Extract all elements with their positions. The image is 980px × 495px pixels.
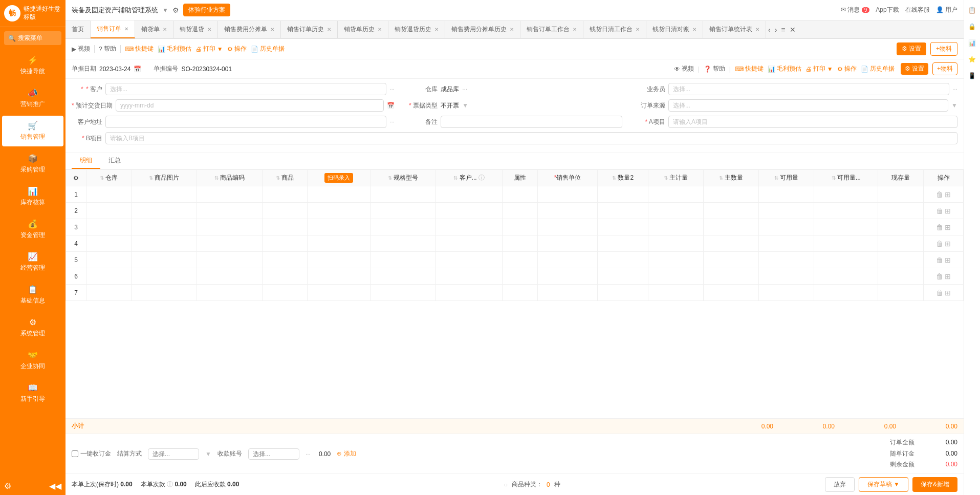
settings-button[interactable]: ⚙ 设置 (897, 42, 926, 55)
row-2-unit[interactable] (538, 203, 598, 219)
tab-order-history-close[interactable]: ✕ (327, 27, 331, 32)
row-5-cust[interactable] (435, 252, 502, 268)
row-6-qty2[interactable] (598, 268, 648, 285)
print-btn[interactable]: 🖨 打印 ▼ (195, 45, 223, 53)
row-1-attr[interactable] (503, 186, 538, 203)
tab-cash-reconcile[interactable]: 钱货日清对账 ✕ (646, 21, 703, 38)
tab-sales-invoice-close[interactable]: ✕ (163, 27, 167, 32)
row-3-product[interactable] (263, 219, 308, 235)
row-7-scan[interactable] (308, 285, 371, 301)
row-1-stock[interactable] (878, 186, 924, 203)
tab-sales-return[interactable]: 销货退货 ✕ (173, 21, 218, 38)
right-panel-btn-3[interactable]: 📊 (966, 37, 978, 49)
sidebar-item-basic-info[interactable]: 📋 基础信息 (2, 279, 63, 310)
row-6-code[interactable] (197, 268, 263, 285)
save-new-button[interactable]: 保存&新增 (912, 477, 957, 492)
scan-input-btn[interactable]: 扫码录入 (324, 173, 353, 183)
right-panel-btn-2[interactable]: 🔒 (966, 20, 978, 33)
online-service-link[interactable]: 在线客服 (905, 6, 930, 14)
account-input[interactable] (248, 448, 299, 460)
sidebar-item-system[interactable]: ⚙ 系统管理 (2, 312, 63, 343)
tab-home[interactable]: 首页 (66, 21, 91, 38)
right-panel-btn-4[interactable]: ⭐ (966, 53, 978, 66)
tab-order-workbench[interactable]: 销售订单工作台 ✕ (520, 21, 583, 38)
row-2-product[interactable] (263, 203, 308, 219)
row-3-unit[interactable] (538, 219, 598, 235)
row-5-main-unit[interactable] (648, 252, 704, 268)
messages-area[interactable]: ✉ 消息 9 (841, 6, 869, 14)
row-1-delete-btn[interactable]: 🗑 (936, 190, 943, 199)
sidebar-item-marketing[interactable]: 📣 营销推广 (2, 83, 63, 114)
row-7-qty2[interactable] (598, 285, 648, 301)
save-draft-dropdown[interactable]: ▼ (894, 481, 900, 488)
row-6-scan[interactable] (308, 268, 371, 285)
row-6-main-qty[interactable] (704, 268, 759, 285)
row-5-warehouse[interactable] (86, 252, 132, 268)
help-btn-2[interactable]: ❓ 帮助 (704, 64, 725, 73)
row-6-attr[interactable] (503, 268, 538, 285)
row-5-product[interactable] (263, 252, 308, 268)
remark-input[interactable] (441, 116, 622, 128)
row-2-scan[interactable] (308, 203, 371, 219)
tab-invoice-history-close[interactable]: ✕ (378, 27, 382, 32)
sidebar-item-purchase[interactable]: 📦 采购管理 (2, 148, 63, 179)
row-5-scan[interactable] (308, 252, 371, 268)
print-dropdown-icon[interactable]: ▼ (217, 46, 223, 53)
row-2-attr[interactable] (503, 203, 538, 219)
row-4-main-qty[interactable] (704, 235, 759, 252)
tab-return-history[interactable]: 销货退货历史 ✕ (388, 21, 445, 38)
tab-prev-button[interactable]: ‹ (766, 26, 773, 34)
row-1-warehouse[interactable] (86, 186, 132, 203)
row-4-code[interactable] (197, 235, 263, 252)
detail-tab-detail[interactable]: 明细 (72, 153, 100, 169)
tab-sales-return-close[interactable]: ✕ (207, 27, 211, 32)
calendar-icon[interactable]: 📅 (134, 66, 141, 73)
sidebar-item-finance[interactable]: 💰 资金管理 (2, 214, 63, 245)
system-settings-icon[interactable]: ⚙ (172, 6, 179, 14)
profit-btn-2[interactable]: 📊 毛利预估 (768, 64, 801, 73)
row-5-unit[interactable] (538, 252, 598, 268)
row-6-main-unit[interactable] (648, 268, 704, 285)
row-3-delete-btn[interactable]: 🗑 (936, 223, 943, 231)
row-6-spec[interactable] (370, 268, 435, 285)
one-click-checkbox[interactable] (72, 450, 78, 457)
row-5-qty2[interactable] (598, 252, 648, 268)
tab-sales-order[interactable]: 销售订单 ✕ (91, 20, 135, 38)
tab-close-all-button[interactable]: ✕ (788, 26, 798, 34)
row-7-delete-btn[interactable]: 🗑 (936, 289, 943, 297)
row-3-avail[interactable] (759, 219, 814, 235)
th-settings[interactable]: ⚙ (66, 170, 86, 186)
row-6-copy-btn[interactable]: ⊞ (945, 272, 951, 281)
salesperson-more-btn[interactable]: ··· (952, 85, 957, 93)
row-6-cust[interactable] (435, 268, 502, 285)
row-4-main-unit[interactable] (648, 235, 704, 252)
add-material-button[interactable]: +物料 (930, 42, 957, 56)
row-4-avail[interactable] (759, 235, 814, 252)
b-project-input[interactable] (105, 132, 957, 144)
a-project-input[interactable] (668, 116, 957, 128)
row-1-copy-btn[interactable]: ⊞ (945, 190, 951, 199)
row-4-cust[interactable] (435, 235, 502, 252)
address-input[interactable] (105, 116, 386, 128)
row-4-qty2[interactable] (598, 235, 648, 252)
row-2-main-unit[interactable] (648, 203, 704, 219)
row-5-avail[interactable] (759, 252, 814, 268)
one-click-label[interactable]: 一键收订金 (72, 449, 111, 458)
row-1-main-qty[interactable] (704, 186, 759, 203)
row-6-avail[interactable] (759, 268, 814, 285)
row-2-avail2[interactable] (814, 203, 878, 219)
row-7-main-unit[interactable] (648, 285, 704, 301)
row-5-spec[interactable] (370, 252, 435, 268)
sidebar-collapse-button[interactable]: ◀◀ (49, 481, 61, 491)
sidebar-item-sales[interactable]: 🛒 销售管理 (2, 116, 63, 146)
salesperson-input[interactable] (668, 83, 949, 95)
print-btn-2[interactable]: 🖨 打印 ▼ (805, 64, 833, 73)
sidebar-settings-button[interactable]: ⚙ (4, 481, 11, 491)
row-2-warehouse[interactable] (86, 203, 132, 219)
row-3-stock[interactable] (878, 219, 924, 235)
row-6-product[interactable] (263, 268, 308, 285)
row-4-unit[interactable] (538, 235, 598, 252)
row-6-stock[interactable] (878, 268, 924, 285)
row-3-image[interactable] (131, 219, 197, 235)
row-6-delete-btn[interactable]: 🗑 (936, 272, 943, 281)
